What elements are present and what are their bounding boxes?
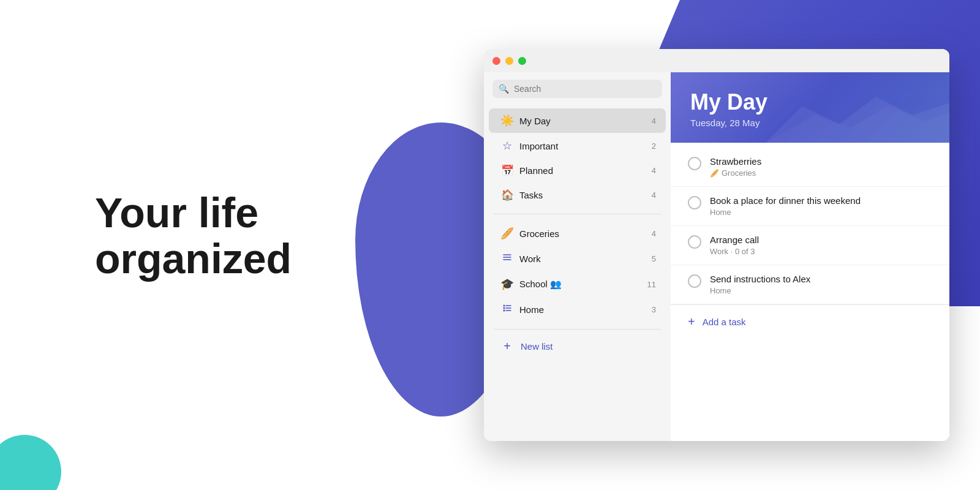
sidebar-item-planned[interactable]: 📅 Planned 4 xyxy=(489,159,666,183)
sidebar-item-label: My Day xyxy=(519,116,652,126)
task-item[interactable]: Strawberries 🥖 Groceries xyxy=(671,148,949,187)
calendar-icon: 📅 xyxy=(499,164,516,177)
task-list-tag: Home xyxy=(710,286,731,295)
svg-point-7 xyxy=(503,310,505,312)
sidebar-item-count: 11 xyxy=(647,280,656,289)
sidebar-item-count: 4 xyxy=(652,116,656,126)
sidebar-item-label: Planned xyxy=(519,165,652,176)
sidebar-item-my-day[interactable]: ☀️ My Day 4 xyxy=(489,108,666,133)
task-title: Arrange call xyxy=(710,235,932,245)
task-meta: Work · 0 of 3 xyxy=(710,247,932,256)
sidebar-item-count: 4 xyxy=(652,190,656,200)
bread-icon: 🥖 xyxy=(499,227,516,240)
sun-icon: ☀️ xyxy=(499,114,516,127)
star-icon: ☆ xyxy=(499,139,516,153)
tagline-line2: organized xyxy=(95,235,292,282)
sidebar-item-label: Work xyxy=(519,254,652,264)
detail-subtitle: Tuesday, 28 May xyxy=(690,118,930,128)
svg-point-3 xyxy=(503,305,505,307)
task-circle[interactable] xyxy=(688,196,701,209)
new-list-button[interactable]: + New list xyxy=(489,334,666,359)
task-list-tag: Work · 0 of 3 xyxy=(710,247,755,256)
task-info: Send instructions to Alex Home xyxy=(710,274,932,295)
task-circle[interactable] xyxy=(688,274,701,288)
task-meta: Home xyxy=(710,286,932,295)
sidebar-item-label: Tasks xyxy=(519,190,652,200)
search-input[interactable] xyxy=(514,84,656,94)
sidebar-item-label: Important xyxy=(519,141,652,151)
sidebar: 🔍 ☀️ My Day 4 ☆ Important 2 📅 Planned xyxy=(484,72,671,441)
task-list: Strawberries 🥖 Groceries Book a place fo… xyxy=(671,143,949,441)
sidebar-item-important[interactable]: ☆ Important 2 xyxy=(489,134,666,158)
bread-emoji: 🥖 xyxy=(710,169,719,178)
graduation-icon: 🎓 xyxy=(499,277,516,291)
plus-icon: + xyxy=(688,315,695,329)
detail-panel: My Day Tuesday, 28 May Strawberries 🥖 Gr… xyxy=(671,72,949,441)
sidebar-item-count: 4 xyxy=(652,229,656,238)
task-title: Send instructions to Alex xyxy=(710,274,932,284)
minimize-button[interactable] xyxy=(505,57,513,65)
task-meta: Home xyxy=(710,208,932,217)
svg-point-5 xyxy=(503,307,505,309)
task-item[interactable]: Arrange call Work · 0 of 3 xyxy=(671,226,949,265)
tagline-line1: Your life xyxy=(95,189,258,236)
app-window: 🔍 ☀️ My Day 4 ☆ Important 2 📅 Planned xyxy=(484,49,949,441)
task-list-tag: Home xyxy=(710,208,731,217)
sidebar-item-label: School 👥 xyxy=(519,279,647,290)
add-task-button[interactable]: + Add a task xyxy=(671,304,949,339)
sidebar-item-school[interactable]: 🎓 School 👥 11 xyxy=(489,272,666,296)
sidebar-item-count: 4 xyxy=(652,166,656,175)
traffic-lights xyxy=(492,57,526,65)
search-bar[interactable]: 🔍 xyxy=(492,80,662,98)
close-button[interactable] xyxy=(492,57,500,65)
task-info: Arrange call Work · 0 of 3 xyxy=(710,235,932,256)
maximize-button[interactable] xyxy=(518,57,526,65)
sidebar-item-tasks[interactable]: 🏠 Tasks 4 xyxy=(489,183,666,207)
title-bar xyxy=(484,49,949,72)
nav-list: ☀️ My Day 4 ☆ Important 2 📅 Planned 4 🏠 … xyxy=(484,105,671,210)
detail-header: My Day Tuesday, 28 May xyxy=(671,72,949,143)
task-circle[interactable] xyxy=(688,157,701,170)
task-item[interactable]: Send instructions to Alex Home xyxy=(671,265,949,304)
sidebar-item-groceries[interactable]: 🥖 Groceries 4 xyxy=(489,221,666,246)
sidebar-item-home[interactable]: Home 3 xyxy=(489,297,666,322)
plus-icon: + xyxy=(499,339,516,353)
task-title: Strawberries xyxy=(710,156,932,167)
bg-shape-bottom-left xyxy=(0,435,61,490)
search-icon: 🔍 xyxy=(499,84,509,94)
add-task-label: Add a task xyxy=(703,317,746,327)
sidebar-item-label: Home xyxy=(519,304,652,315)
list-icon xyxy=(499,252,516,266)
task-info: Book a place for dinner this weekend Hom… xyxy=(710,195,932,217)
tagline: Your life organized xyxy=(95,190,292,282)
task-info: Strawberries 🥖 Groceries xyxy=(710,156,932,178)
sidebar-item-count: 2 xyxy=(652,141,656,151)
app-content: 🔍 ☀️ My Day 4 ☆ Important 2 📅 Planned xyxy=(484,72,949,441)
sidebar-item-count: 3 xyxy=(652,305,656,314)
sidebar-item-work[interactable]: Work 5 xyxy=(489,246,666,271)
sidebar-item-count: 5 xyxy=(652,254,656,263)
sidebar-divider-2 xyxy=(494,329,661,330)
task-list-tag: Groceries xyxy=(722,168,756,178)
task-item[interactable]: Book a place for dinner this weekend Hom… xyxy=(671,187,949,226)
sidebar-divider xyxy=(494,214,661,214)
task-circle[interactable] xyxy=(688,235,701,249)
new-list-label: New list xyxy=(521,341,553,352)
tasks-icon: 🏠 xyxy=(499,189,516,202)
task-title: Book a place for dinner this weekend xyxy=(710,195,932,206)
detail-title: My Day xyxy=(690,89,930,115)
sidebar-item-label: Groceries xyxy=(519,228,652,239)
home-list-icon xyxy=(499,303,516,317)
task-meta: 🥖 Groceries xyxy=(710,168,932,178)
list-items: 🥖 Groceries 4 Work 5 xyxy=(484,218,671,325)
